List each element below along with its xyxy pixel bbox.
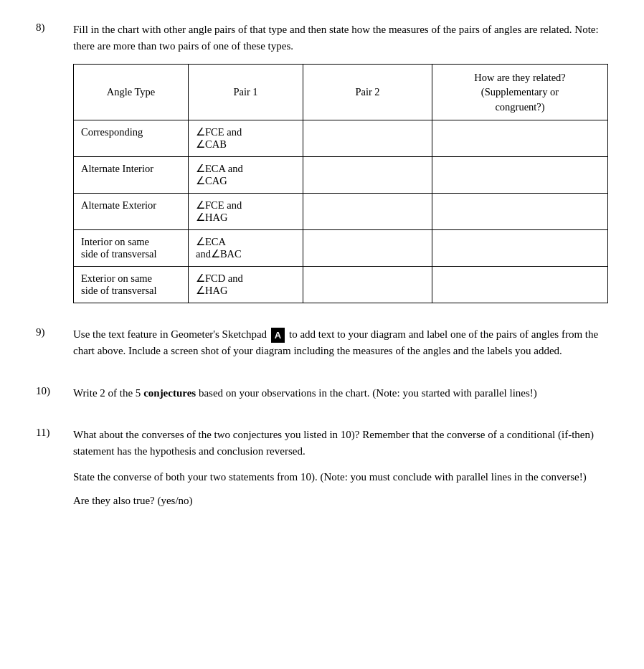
question-10: 10) Write 2 of the 5 conjectures based o… [36, 385, 608, 412]
header-pair2: Pair 2 [303, 65, 432, 120]
header-related: How are they related?(Supplementary orco… [432, 65, 608, 120]
cell-related-alt-exterior [432, 193, 608, 229]
q10-text-part2: based on your observations in the chart.… [196, 387, 537, 399]
question-9-number: 9) [36, 326, 62, 369]
cell-related-alt-interior [432, 156, 608, 193]
cell-type-corresponding: Corresponding [74, 120, 189, 156]
header-pair1: Pair 1 [189, 65, 303, 120]
cell-pair2-interior-same [303, 229, 432, 266]
q10-bold-word: conjectures [143, 387, 196, 399]
cell-pair2-alt-exterior [303, 193, 432, 229]
table-row-corresponding: Corresponding ∠FCE and∠CAB [74, 120, 608, 156]
cell-type-alt-exterior: Alternate Exterior [74, 193, 189, 229]
cell-related-exterior-same [432, 266, 608, 303]
cell-pair1-alt-interior: ∠ECA and∠CAG [189, 156, 303, 193]
angle-table: Angle Type Pair 1 Pair 2 How are they re… [73, 64, 608, 303]
cell-related-corresponding [432, 120, 608, 156]
table-row-alternate-exterior: Alternate Exterior ∠FCE and∠HAG [74, 193, 608, 229]
question-8-text: Fill in the chart with other angle pairs… [73, 22, 608, 54]
question-10-text: Write 2 of the 5 conjectures based on yo… [73, 385, 608, 402]
sketchpad-icon: A [271, 328, 285, 343]
question-10-number: 10) [36, 385, 62, 412]
q9-text-before: Use the text feature in Geometer's Sketc… [73, 328, 267, 340]
cell-pair1-alt-exterior: ∠FCE and∠HAG [189, 193, 303, 229]
header-angle-type: Angle Type [74, 65, 189, 120]
cell-type-alt-interior: Alternate Interior [74, 156, 189, 193]
cell-pair1-corresponding: ∠FCE and∠CAB [189, 120, 303, 156]
question-11-text2: State the converse of both your two stat… [73, 469, 608, 485]
question-11: 11) What about the converses of the two … [36, 427, 608, 508]
question-8-number: 8) [36, 22, 62, 310]
table-row-exterior-same: Exterior on sameside of transversal ∠FCD… [74, 266, 608, 303]
question-11-content: What about the converses of the two conj… [73, 427, 608, 508]
q10-text-part1: Write 2 of the 5 [73, 387, 143, 399]
cell-pair2-alt-interior [303, 156, 432, 193]
cell-pair2-exterior-same [303, 266, 432, 303]
cell-pair1-exterior-same: ∠FCD and∠HAG [189, 266, 303, 303]
cell-type-exterior-same: Exterior on sameside of transversal [74, 266, 189, 303]
cell-pair2-corresponding [303, 120, 432, 156]
question-8: 8) Fill in the chart with other angle pa… [36, 22, 608, 310]
cell-related-interior-same [432, 229, 608, 266]
question-11-text3: Are they also true? (yes/no) [73, 493, 608, 509]
table-header-row: Angle Type Pair 1 Pair 2 How are they re… [74, 65, 608, 120]
table-row-alternate-interior: Alternate Interior ∠ECA and∠CAG [74, 156, 608, 193]
cell-type-interior-same: Interior on sameside of transversal [74, 229, 189, 266]
question-11-number: 11) [36, 427, 62, 508]
table-row-interior-same: Interior on sameside of transversal ∠ECA… [74, 229, 608, 266]
question-9-content: Use the text feature in Geometer's Sketc… [73, 326, 608, 369]
cell-pair1-interior-same: ∠ECAand∠BAC [189, 229, 303, 266]
question-11-text1: What about the converses of the two conj… [73, 427, 608, 459]
question-8-content: Fill in the chart with other angle pairs… [73, 22, 608, 310]
question-10-content: Write 2 of the 5 conjectures based on yo… [73, 385, 608, 412]
question-9-text: Use the text feature in Geometer's Sketc… [73, 326, 608, 359]
question-9: 9) Use the text feature in Geometer's Sk… [36, 326, 608, 369]
